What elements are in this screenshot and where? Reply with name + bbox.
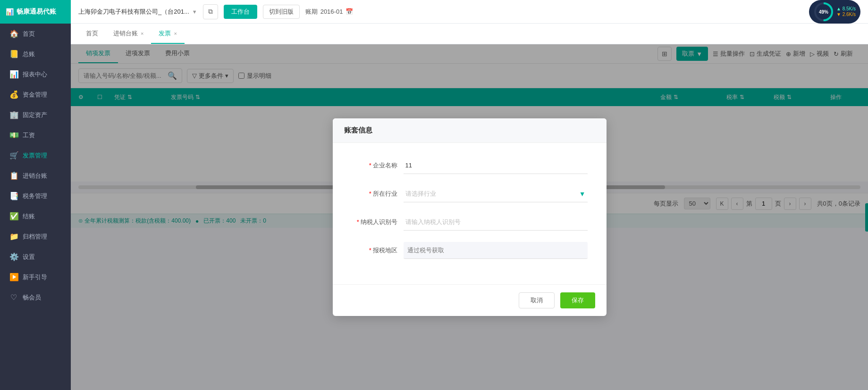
archive-icon: 📁 [9, 232, 18, 241]
sidebar-label-tax-mgmt: 税务管理 [23, 192, 47, 200]
settlement-icon: ✅ [9, 212, 18, 221]
sidebar-item-reports[interactable]: 📊报表中心 [0, 64, 71, 84]
form-row-tax-id: * 纳税人识别号 [352, 214, 588, 231]
guide-icon: ▶️ [9, 273, 18, 282]
logo-text: 畅康通易代账 [17, 8, 56, 16]
form-label-industry: * 所在行业 [352, 190, 404, 198]
sidebar-label-ledger: 总账 [23, 50, 35, 58]
form-label-company-name: * 企业名称 [352, 161, 404, 170]
sidebar-item-funds[interactable]: 💰资金管理 [0, 84, 71, 105]
form-row-company-name: * 企业名称 [352, 157, 588, 174]
sidebar-item-payroll[interactable]: 💵工资 [0, 125, 71, 145]
company-selector[interactable]: 上海卯金刀电子科技有限公司_（台201... ▼ [78, 8, 197, 16]
logo-icon: 📊 [6, 8, 14, 16]
speed-info: ▲ 8.5K/s ▼ 2.6K/s [836, 6, 856, 17]
cancel-button[interactable]: 取消 [519, 292, 555, 308]
sidebar-label-fixed-assets: 固定资产 [23, 111, 47, 119]
sidebar-item-fixed-assets[interactable]: 🏢固定资产 [0, 105, 71, 125]
sidebar-logo: 📊 畅康通易代账 [0, 0, 71, 24]
tabbar: 首页进销台账 ×发票 × [71, 24, 868, 44]
ledger-icon: 📒 [9, 50, 18, 58]
sidebar-item-purchase-sale[interactable]: 📋进销台账 [0, 166, 71, 186]
sidebar-item-invoice-mgmt[interactable]: 🛒发票管理 [0, 145, 71, 166]
tab-home[interactable]: 首页 [78, 24, 106, 44]
dialog-title: 账套信息 [333, 118, 607, 143]
sidebar-label-reports: 报表中心 [23, 70, 47, 79]
field-tax-id[interactable] [404, 214, 588, 231]
tax-mgmt-icon: 📑 [9, 191, 18, 200]
topbar-copy-icon[interactable]: ⧉ [203, 4, 218, 19]
select-arrow-industry: ▼ [579, 190, 586, 198]
sidebar-label-funds: 资金管理 [23, 91, 47, 99]
percent-circle: 49% [814, 2, 834, 22]
sidebar-label-guide: 新手引导 [23, 273, 47, 282]
sidebar-item-settlement[interactable]: ✅结账 [0, 206, 71, 226]
form-label-tax-region: * 报税地区 [352, 246, 404, 255]
company-name: 上海卯金刀电子科技有限公司_（台201... [78, 8, 189, 16]
sidebar-label-home: 首页 [23, 30, 35, 38]
sidebar-item-settings[interactable]: ⚙️设置 [0, 247, 71, 267]
switch-old-button[interactable]: 切到旧版 [263, 5, 300, 19]
speed-down: ▼ 2.6K/s [836, 12, 856, 17]
sidebar-label-archive: 归档管理 [23, 232, 47, 241]
sidebar-label-settlement: 结账 [23, 212, 35, 221]
period-info: 账期 2016-01 📅 [305, 8, 354, 16]
speed-up: ▲ 8.5K/s [836, 6, 856, 11]
reports-icon: 📊 [9, 70, 18, 79]
form-row-industry: * 所在行业请选择行业▼ [352, 185, 588, 202]
dialog: 账套信息 * 企业名称* 所在行业请选择行业▼* 纳税人识别号* 报税地区 取消… [333, 118, 607, 316]
percent-label: 49% [819, 9, 828, 14]
field-industry[interactable]: 请选择行业▼ [404, 185, 588, 202]
purchase-sale-icon: 📋 [9, 171, 18, 180]
sidebar-item-home[interactable]: 🏠首页 [0, 24, 71, 44]
payroll-icon: 💵 [9, 131, 18, 140]
topbar: 上海卯金刀电子科技有限公司_（台201... ▼ ⧉ 工作台 切到旧版 账期 2… [71, 0, 868, 24]
tab-close-invoice[interactable]: × [174, 31, 177, 36]
invoice-mgmt-icon: 🛒 [9, 151, 18, 160]
company-dropdown-arrow: ▼ [192, 9, 197, 15]
dialog-overlay: 账套信息 * 企业名称* 所在行业请选择行业▼* 纳税人识别号* 报税地区 取消… [71, 44, 868, 390]
fixed-assets-icon: 🏢 [9, 110, 18, 119]
sidebar-label-settings: 设置 [23, 253, 35, 261]
dialog-body: * 企业名称* 所在行业请选择行业▼* 纳税人识别号* 报税地区 [333, 143, 607, 284]
sidebar-label-purchase-sale: 进销台账 [23, 172, 47, 180]
save-button[interactable]: 保存 [560, 292, 595, 308]
member-icon: ♡ [9, 293, 18, 302]
tab-purchase-sale[interactable]: 进销台账 × [106, 24, 151, 44]
calendar-icon[interactable]: 📅 [346, 8, 353, 15]
sidebar-item-guide[interactable]: ▶️新手引导 [0, 267, 71, 287]
sidebar-label-payroll: 工资 [23, 131, 35, 140]
main-area: 上海卯金刀电子科技有限公司_（台201... ▼ ⧉ 工作台 切到旧版 账期 2… [71, 0, 868, 390]
home-icon: 🏠 [9, 29, 18, 38]
field-company-name[interactable] [404, 157, 588, 174]
tab-invoice[interactable]: 发票 × [151, 24, 184, 44]
network-widget: 49% ▲ 8.5K/s ▼ 2.6K/s [809, 0, 860, 24]
content-area: 销项发票进项发票费用小票 ⊞ 取票 ▼ ☰ 批量操作 ⊡ 生成凭证 ⊕ 新增 [71, 44, 868, 390]
form-label-tax-id: * 纳税人识别号 [352, 218, 404, 226]
sidebar-item-ledger[interactable]: 📒总账 [0, 44, 71, 64]
tab-close-purchase-sale[interactable]: × [141, 31, 143, 36]
workspace-button[interactable]: 工作台 [224, 5, 257, 19]
sidebar: 📊 畅康通易代账 🏠首页📒总账📊报表中心💰资金管理🏢固定资产💵工资🛒发票管理📋进… [0, 0, 71, 390]
sidebar-item-tax-mgmt[interactable]: 📑税务管理 [0, 186, 71, 206]
sidebar-label-invoice-mgmt: 发票管理 [23, 151, 47, 160]
topbar-right: 49% ▲ 8.5K/s ▼ 2.6K/s [809, 0, 860, 24]
funds-icon: 💰 [9, 90, 18, 99]
sidebar-item-archive[interactable]: 📁归档管理 [0, 226, 71, 247]
settings-icon: ⚙️ [9, 252, 18, 261]
sidebar-item-member[interactable]: ♡畅会员 [0, 287, 71, 307]
field-tax-region [404, 242, 588, 259]
dialog-footer: 取消 保存 [333, 284, 607, 316]
sidebar-label-member: 畅会员 [23, 293, 41, 302]
form-row-tax-region: * 报税地区 [352, 242, 588, 259]
